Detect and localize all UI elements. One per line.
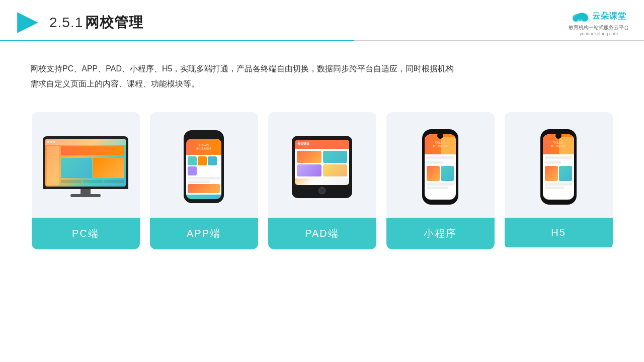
card-pc-label: PC端 [32,218,140,249]
svg-text:云朵: 云朵 [577,19,583,22]
card-miniprogram: 职达人的第一堂刷题课 [386,112,495,249]
card-app-label: APP端 [150,218,258,249]
brand-tagline: 教育机构一站式服务云平台 [569,24,629,31]
brand-cloud-icon: 云朵 云朵课堂 [571,9,626,23]
app-phone-icon: 职达人的第一堂刷题课 [181,130,226,203]
brand-logo: 云朵 云朵课堂 教育机构一站式服务云平台 yunduoketang.com [569,9,629,36]
card-app-image: 职达人的第一堂刷题课 [150,112,258,218]
pc-monitor-icon [40,136,131,197]
card-pc: PC端 [32,112,140,249]
card-h5-label: H5 [505,218,613,247]
brand-domain: yunduoketang.com [580,31,618,36]
card-pc-image [32,112,140,218]
card-h5-image: 职达人的第一堂刷题课 [505,112,613,218]
card-pad-label: PAD端 [268,218,376,249]
page-title: 2.5.1网校管理 [49,13,143,32]
card-pad-image: 云朵课堂 [268,112,376,218]
description-text: 网校支持PC、APP、PAD、小程序、H5，实现多端打通，产品各终端自由切换，数… [30,61,614,92]
miniprogram-phone-icon: 职达人的第一堂刷题课 [420,129,460,205]
page-header: 2.5.1网校管理 云朵 云朵课堂 教育机构一站式服务云平台 yunduoket… [0,0,644,36]
card-miniprogram-label: 小程序 [386,218,495,249]
card-miniprogram-image: 职达人的第一堂刷题课 [386,112,495,218]
h5-phone-icon: 职达人的第一堂刷题课 [538,129,579,205]
card-pad: 云朵课堂 [268,112,376,249]
main-content: 网校支持PC、APP、PAD、小程序、H5，实现多端打通，产品各终端自由切换，数… [0,41,644,259]
device-cards-section: PC端 职达人的第一堂刷题课 [30,112,614,249]
card-app: 职达人的第一堂刷题课 [150,112,258,249]
card-h5: 职达人的第一堂刷题课 [505,112,613,249]
pad-icon: 云朵课堂 [289,136,355,198]
cloud-icon: 云朵 [571,9,589,23]
brand-play-icon [15,10,40,35]
svg-marker-0 [17,12,38,33]
